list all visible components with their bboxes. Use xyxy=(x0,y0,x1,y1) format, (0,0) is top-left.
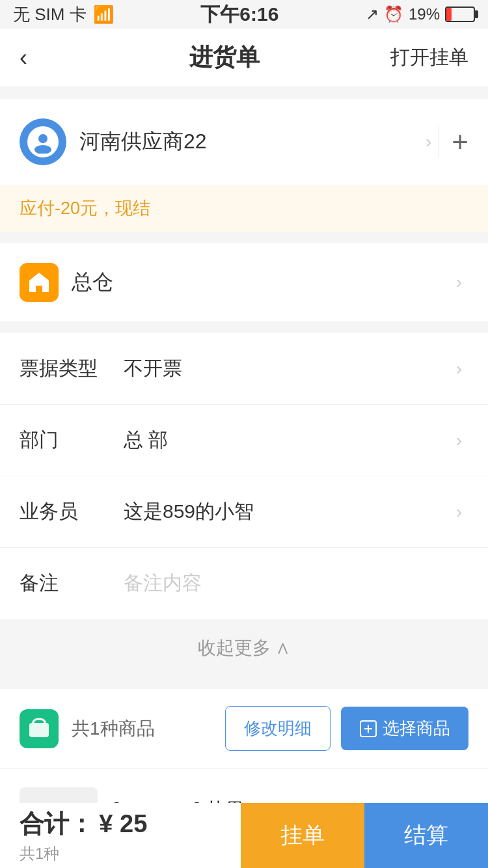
remark-input[interactable]: 备注内容 xyxy=(111,570,468,597)
select-product-button[interactable]: 选择商品 xyxy=(341,707,468,750)
svg-rect-3 xyxy=(29,723,49,737)
notice-bar: 应付-20元，现结 xyxy=(0,185,488,232)
carrier-text: 无 SIM 卡 xyxy=(13,3,87,26)
products-header: 共1种商品 修改明细 选择商品 xyxy=(0,689,488,768)
cart-icon xyxy=(27,716,51,741)
select-icon xyxy=(359,720,377,738)
warehouse-icon xyxy=(20,263,59,302)
svg-marker-2 xyxy=(29,273,49,292)
total-value: ¥ 25 xyxy=(99,810,147,837)
svg-point-1 xyxy=(34,145,51,154)
total-section: 合计： ¥ 25 共1种 xyxy=(0,803,241,868)
status-carrier: 无 SIM 卡 📶 xyxy=(13,3,114,26)
battery-icon xyxy=(445,7,475,22)
warehouse-section[interactable]: 总仓 › xyxy=(0,243,488,321)
notice-text: 应付-20元，现结 xyxy=(20,198,150,218)
collapse-toggle[interactable]: 收起更多 ∧ xyxy=(0,619,488,677)
edit-detail-button[interactable]: 修改明细 xyxy=(225,706,331,751)
warehouse-chevron-icon: › xyxy=(456,272,462,293)
supplier-row[interactable]: 河南供应商22 › + xyxy=(0,99,488,185)
back-button[interactable]: ‹ xyxy=(20,44,59,72)
add-button[interactable]: + xyxy=(438,126,468,158)
svg-point-0 xyxy=(38,134,47,143)
avatar-inner xyxy=(27,126,59,157)
settle-button[interactable]: 结算 xyxy=(364,803,488,868)
remark-row[interactable]: 备注 备注内容 xyxy=(0,548,488,619)
sales-chevron-icon: › xyxy=(456,502,462,522)
remark-label: 备注 xyxy=(20,570,111,597)
dept-row[interactable]: 部门 总 部 › xyxy=(0,405,488,476)
battery-fill xyxy=(446,8,452,21)
bottom-bar: 合计： ¥ 25 共1种 挂单 结算 xyxy=(0,803,488,868)
user-icon xyxy=(31,130,55,154)
status-bar: 无 SIM 卡 📶 下午6:16 ↗ ⏰ 19% xyxy=(0,0,488,29)
dept-chevron-icon: › xyxy=(456,430,462,451)
select-product-label: 选择商品 xyxy=(383,717,450,740)
alarm-icon: ⏰ xyxy=(384,5,403,23)
battery-text: 19% xyxy=(409,5,440,23)
page-title: 进货单 xyxy=(189,42,260,74)
hang-button[interactable]: 挂单 xyxy=(241,803,364,868)
sales-label: 业务员 xyxy=(20,498,111,525)
form-section: 票据类型 不开票 › 部门 总 部 › 业务员 这是859的小智 › 备注 备注… xyxy=(0,333,488,619)
house-icon xyxy=(27,270,51,295)
total-label: 合计： xyxy=(20,810,94,837)
dept-label: 部门 xyxy=(20,427,111,454)
invoice-chevron-icon: › xyxy=(456,359,462,379)
products-icon xyxy=(20,709,59,748)
sales-value: 这是859的小智 xyxy=(111,498,456,525)
sales-row[interactable]: 业务员 这是859的小智 › xyxy=(0,476,488,548)
supplier-name: 河南供应商22 xyxy=(79,128,426,156)
invoice-value: 不开票 xyxy=(111,355,456,382)
chevron-right-icon: › xyxy=(426,131,431,152)
dept-value: 总 部 xyxy=(111,427,456,454)
open-hang-button[interactable]: 打开挂单 xyxy=(390,44,468,71)
status-time: 下午6:16 xyxy=(200,1,278,28)
total-amount: 合计： ¥ 25 xyxy=(20,807,221,841)
supplier-section: 河南供应商22 › + 应付-20元，现结 xyxy=(0,99,488,232)
supplier-avatar xyxy=(20,118,66,165)
nav-bar: ‹ 进货单 打开挂单 xyxy=(0,29,488,87)
product-count: 共1种商品 xyxy=(72,716,225,741)
location-icon: ↗ xyxy=(366,5,379,23)
invoice-label: 票据类型 xyxy=(20,355,111,382)
warehouse-name: 总仓 xyxy=(72,268,456,297)
total-count: 共1种 xyxy=(20,843,221,864)
wifi-icon: 📶 xyxy=(93,5,114,25)
status-right: ↗ ⏰ 19% xyxy=(366,5,475,23)
invoice-row[interactable]: 票据类型 不开票 › xyxy=(0,333,488,405)
